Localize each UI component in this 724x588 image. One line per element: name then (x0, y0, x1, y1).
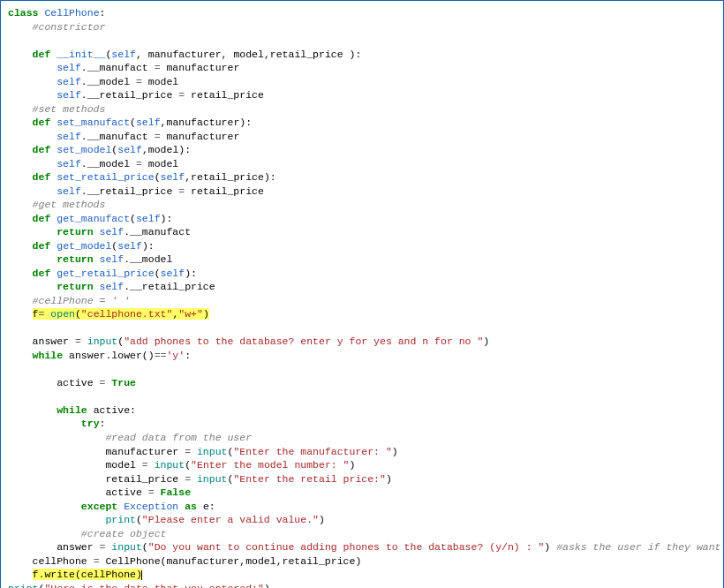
cond: active: (87, 404, 136, 416)
param-self: self (117, 240, 142, 252)
builtin-input: input (197, 473, 228, 485)
colon: : (100, 7, 106, 19)
code-line: #cellPhone = ' ' (8, 295, 130, 306)
var: answer (57, 541, 99, 553)
code-line: return self.__manufact (8, 226, 191, 237)
code-line: self.__retail_price = retail_price (8, 89, 264, 101)
colon: : (185, 350, 191, 361)
builtin-input: input (111, 541, 142, 553)
keyword-def: def (33, 268, 51, 279)
string: "Enter the retail price:" (233, 473, 386, 485)
code-line: except Exception as e: (8, 501, 215, 512)
code-line: active = True (8, 377, 136, 388)
code-line: cellPhone = CellPhone(manufacturer,model… (8, 555, 361, 567)
op: = (155, 62, 161, 73)
lparen: ( (75, 308, 81, 320)
params: ,manufacturer): (161, 117, 253, 128)
keyword-return: return (57, 253, 93, 265)
code-line: answer = input("add phones to the databa… (8, 335, 489, 347)
code-line: def get_model(self): (8, 240, 155, 252)
code-line: f.write(cellPhone) (8, 569, 142, 580)
code-line: self.__model = model (8, 158, 178, 170)
rparen: ) (264, 583, 270, 588)
self: self (100, 253, 124, 265)
rhs: model (142, 76, 178, 87)
code-line: def get_manufact(self): (8, 213, 172, 224)
code-line: #create object (8, 528, 166, 539)
comment: #asks the user if they want to add more … (556, 541, 724, 553)
keyword-def: def (33, 117, 51, 128)
op: = (155, 131, 161, 142)
keyword-try: try (81, 418, 100, 429)
builtin-print: print (8, 583, 39, 588)
op: = (185, 446, 191, 457)
param-self: self (161, 171, 185, 183)
bool-false: False (161, 486, 192, 498)
op: = (136, 158, 142, 170)
self: self (100, 226, 124, 237)
param-self: self (136, 213, 161, 224)
attr: .__model (81, 76, 136, 87)
method-name: set_retail_price (57, 171, 154, 183)
code-line: self.__model = model (8, 76, 178, 87)
code-line: active = False (8, 486, 191, 498)
code-line: print("Here is the data that you entered… (8, 583, 270, 588)
builtin-open: open (50, 308, 75, 320)
var: cellPhone (33, 555, 94, 567)
code-line: try: (8, 418, 105, 429)
params: ): (161, 213, 173, 224)
code-line: #read data from the user (8, 432, 252, 443)
rparen: ) (203, 308, 209, 320)
method-name: set_model (57, 144, 111, 155)
code-line: self.__manufact = manufacturer (8, 131, 239, 142)
method-name: __init__ (57, 49, 105, 60)
bool-true: True (111, 377, 136, 388)
code-line: return self.__model (8, 253, 172, 265)
rparen: ) (350, 459, 356, 471)
code-line: self.__retail_price = retail_price (8, 185, 264, 197)
string: "w+" (178, 308, 203, 320)
highlighted-code: f= open("cellphone.txt","w+") (33, 308, 209, 320)
code-line: self.__manufact = manufacturer (8, 62, 239, 73)
code-line: return self.__retail_price (8, 281, 215, 292)
string: "Here is the data that you entered:" (44, 583, 263, 588)
rparen: ) (483, 335, 489, 347)
builtin-input: input (197, 446, 228, 457)
cond: answer.lower() (63, 350, 155, 361)
self: self (57, 185, 81, 197)
attr: .__retail_price (81, 89, 178, 101)
attr: .__manufact (124, 226, 191, 237)
expr: f.write(cellPhone) (33, 569, 142, 580)
code-editor: class CellPhone: #constrictor def __init… (0, 0, 724, 588)
string: "Enter the manufacturer: " (233, 446, 391, 457)
comment: #set methods (33, 103, 106, 115)
class-name: CellPhone (44, 7, 99, 19)
keyword-class: class (8, 7, 39, 19)
string: "cellphone.txt" (81, 308, 173, 320)
keyword-except: except (81, 501, 117, 512)
comment: #constrictor (33, 21, 106, 33)
attr: .__retail_price (124, 281, 215, 292)
rhs: retail_price (185, 89, 264, 101)
string: "Do you want to continue adding phones t… (148, 541, 545, 553)
params: , manufacturer, model,retail_price ): (136, 49, 361, 60)
keyword-return: return (57, 226, 93, 237)
keyword-def: def (33, 171, 51, 183)
var: retail_price (105, 473, 185, 485)
var: answer (33, 335, 75, 347)
comment: #cellPhone = ' ' (33, 295, 130, 306)
code-line: manufacturer = input("Enter the manufact… (8, 446, 398, 457)
method-name: get_model (57, 240, 111, 252)
param-self: self (117, 144, 142, 155)
attr: .__manufact (81, 62, 155, 73)
code-line: def set_model(self,model): (8, 144, 191, 155)
code-line: f= open("cellphone.txt","w+") (8, 308, 209, 320)
attr: .__model (81, 158, 136, 170)
keyword-def: def (33, 144, 51, 155)
param-self: self (136, 117, 161, 128)
highlighted-code: f.write(cellPhone) (33, 569, 142, 580)
op: = (142, 459, 148, 471)
string: "Enter the model number: " (191, 459, 349, 471)
builtin-input: input (87, 335, 118, 347)
code-line: answer = input("Do you want to continue … (8, 541, 724, 553)
